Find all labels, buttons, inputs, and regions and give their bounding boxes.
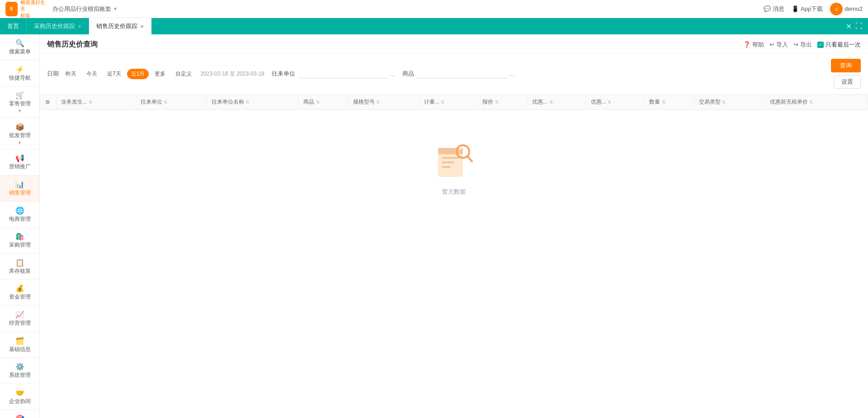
tab-sales-close-icon[interactable]: ✕ xyxy=(140,24,144,29)
sidebar-item-inventory[interactable]: 📋 库存核算 xyxy=(0,254,39,280)
table-col-discount2[interactable]: 优惠... ⇅ xyxy=(586,95,644,110)
sidebar-item-label: 电商管理 xyxy=(9,216,31,223)
chevron-up-icon: ▲ xyxy=(18,140,22,144)
tab-sales-label: 销售历史价跟踪 xyxy=(96,22,137,30)
tab-home-label: 首页 xyxy=(7,22,19,30)
sidebar-item-marketing[interactable]: 📢 营销推广 xyxy=(0,149,39,176)
goods-input[interactable] xyxy=(417,69,507,78)
only-last-checkbox[interactable]: ✓ xyxy=(817,42,824,48)
basic-icon: 🗂️ xyxy=(15,337,24,345)
col-partner-name-label: 往来单位名称 xyxy=(212,99,244,105)
goods-filter-group: 商品 ... xyxy=(402,69,514,78)
sort-icon: ⇅ xyxy=(441,100,444,104)
table-col-biz-date[interactable]: 业务发生... ⇅ xyxy=(56,95,136,110)
date-label: 日期 xyxy=(47,70,59,78)
sort-icon: ⇅ xyxy=(549,100,553,104)
app-selector[interactable]: 办公用品行业模拟账套 ▼ xyxy=(49,3,121,15)
table-header-row: ⚙ 业务发生... ⇅ 往来单位 ⇅ 往来单位名称 xyxy=(40,95,868,110)
sort-icon: ⇅ xyxy=(376,100,380,104)
table-col-pretax-price[interactable]: 优惠前无税单价 ⇅ xyxy=(765,95,868,110)
filter-row: 日期 昨天 今天 近7天 近1月 更多 自定义 2023-02-18 至 202… xyxy=(47,59,861,89)
sidebar-item-label: 快捷导航 xyxy=(9,75,31,82)
avatar-text: d xyxy=(835,6,838,12)
col-goods-label: 商品 xyxy=(303,99,314,105)
tab-purchase-label: 采购历史价跟踪 xyxy=(34,22,75,30)
goods-dots-button[interactable]: ... xyxy=(509,71,514,77)
table-col-unit[interactable]: 计量... ⇅ xyxy=(419,95,477,110)
filter-area: 日期 昨天 今天 近7天 近1月 更多 自定义 2023-02-18 至 202… xyxy=(40,53,868,95)
export-button[interactable]: ↪ 导出 xyxy=(793,41,812,49)
only-last-checkbox-wrapper: ✓ 只看最后一次 xyxy=(817,41,861,49)
tab-purchase-close-icon[interactable]: ✕ xyxy=(78,24,81,29)
sidebar-item-label: 库存核算 xyxy=(9,268,31,275)
date-btn-7days[interactable]: 近7天 xyxy=(103,69,125,79)
sidebar-item-purchase-mgr[interactable]: 🛍️ 采购管理 xyxy=(0,228,39,254)
col-qty-label: 数量 xyxy=(649,99,660,105)
col-unit-label: 计量... xyxy=(424,99,439,105)
partner-input-area: ... xyxy=(298,69,395,78)
partner-input[interactable] xyxy=(298,69,388,78)
goods-label: 商品 xyxy=(402,70,414,78)
table-col-trade-type[interactable]: 交易类型 ⇅ xyxy=(694,95,765,110)
goods-input-area: ... xyxy=(417,69,514,78)
sidebar-item-basic[interactable]: 🗂️ 基础信息 xyxy=(0,332,39,358)
sidebar-item-label: 经营管理 xyxy=(9,320,31,327)
system-icon: ⚙️ xyxy=(15,362,24,371)
date-btn-custom[interactable]: 自定义 xyxy=(171,69,196,79)
date-btn-today[interactable]: 今天 xyxy=(82,69,101,79)
user-profile-button[interactable]: d demo2 xyxy=(830,3,863,15)
tab-purchase[interactable]: 采购历史价跟踪 ✕ xyxy=(27,18,89,34)
sidebar-item-system[interactable]: ⚙️ 系统管理 xyxy=(0,358,39,384)
empty-illustration xyxy=(431,146,476,182)
date-btn-yesterday[interactable]: 昨天 xyxy=(61,69,80,79)
sidebar-item-operations[interactable]: 📈 经营管理 xyxy=(0,306,39,332)
sidebar-item-shortcut[interactable]: ⚡ 快捷导航 xyxy=(0,61,39,87)
sidebar-item-label: 零售管理 xyxy=(9,100,31,108)
sort-icon: ⇅ xyxy=(316,100,320,104)
message-button[interactable]: 💬 消息 xyxy=(764,5,784,13)
partner-dots-button[interactable]: ... xyxy=(390,71,395,77)
table-col-partner-name[interactable]: 往来单位名称 ⇅ xyxy=(207,95,299,110)
tab-expand-button[interactable]: ⛶ xyxy=(855,22,863,30)
import-button[interactable]: ↩ 导入 xyxy=(769,41,788,49)
logo-text: 畅捷通好生意 标版 xyxy=(20,0,45,19)
sidebar-item-sales-mgr[interactable]: 📊 销售管理 xyxy=(0,176,39,202)
svg-line-6 xyxy=(467,156,472,162)
date-btn-1month[interactable]: 近1月 xyxy=(127,69,149,79)
settings-button[interactable]: 设置 xyxy=(834,75,861,89)
tab-close-all-button[interactable]: ✕ xyxy=(846,22,852,31)
partner-label: 往来单位 xyxy=(272,70,295,78)
col-discount2-label: 优惠... xyxy=(591,99,606,105)
empty-svg-icon xyxy=(431,142,476,182)
download-icon: 📱 xyxy=(792,5,799,12)
sidebar-item-retail[interactable]: 🛒 零售管理 ▼ xyxy=(0,86,39,118)
sidebar-item-guide[interactable]: 🎯 新手引导 xyxy=(0,410,39,418)
finance-icon: 💰 xyxy=(15,284,24,293)
table-col-discount1[interactable]: 优惠... ⇅ xyxy=(528,95,586,110)
search-button[interactable]: 查询 xyxy=(831,59,861,72)
date-buttons: 昨天 今天 近7天 近1月 更多 自定义 xyxy=(61,69,196,79)
tab-sales[interactable]: 销售历史价跟踪 ✕ xyxy=(89,18,151,34)
tab-home[interactable]: 首页 xyxy=(0,18,27,34)
table-col-goods[interactable]: 商品 ⇅ xyxy=(299,95,349,110)
table-col-spec[interactable]: 规格型号 ⇅ xyxy=(349,95,420,110)
date-btn-more[interactable]: 更多 xyxy=(151,69,170,79)
app-download-button[interactable]: 📱 App下载 xyxy=(792,5,823,13)
app-download-label: App下载 xyxy=(801,5,823,13)
sidebar-item-finance[interactable]: 💰 资金管理 xyxy=(0,280,39,306)
sort-icon: ⇅ xyxy=(662,100,665,104)
tab-bar: 首页 采购历史价跟踪 ✕ 销售历史价跟踪 ✕ ✕ ⛶ xyxy=(0,18,868,34)
sidebar-item-ecommerce[interactable]: 🌐 电商管理 xyxy=(0,202,39,228)
table-col-partner-code[interactable]: 往来单位 ⇅ xyxy=(136,95,207,110)
sidebar-item-cooperation[interactable]: 🤝 企业协同 xyxy=(0,384,39,410)
wholesale-icon: 📦 xyxy=(15,123,24,131)
sort-icon: ⇅ xyxy=(495,100,499,104)
username-label: demo2 xyxy=(844,5,863,12)
table-col-gear[interactable]: ⚙ xyxy=(40,95,56,110)
table-col-quote[interactable]: 报价 ⇅ xyxy=(478,95,528,110)
sidebar-item-search[interactable]: 🔍 搜索菜单 xyxy=(0,34,39,61)
svg-rect-3 xyxy=(442,162,454,163)
sidebar-item-wholesale[interactable]: 📦 批发管理 ▲ xyxy=(0,118,39,150)
help-button[interactable]: ❓ 帮助 xyxy=(743,41,764,49)
table-col-qty[interactable]: 数量 ⇅ xyxy=(645,95,694,110)
